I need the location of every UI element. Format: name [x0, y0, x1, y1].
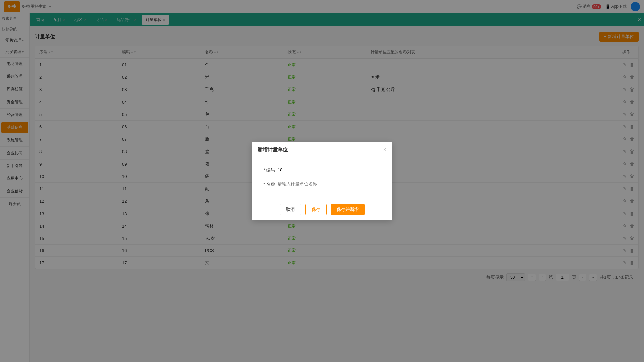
add-unit-modal: 新增计量单位 × * 编码 * 名称 取消 保存 保存并新增 — [252, 142, 392, 220]
code-label: * 编码 — [258, 167, 278, 173]
save-and-new-button[interactable]: 保存并新增 — [331, 204, 365, 215]
modal-close-button[interactable]: × — [383, 147, 386, 153]
modal-footer: 取消 保存 保存并新增 — [252, 200, 392, 220]
code-field-row: * 编码 — [258, 166, 386, 174]
save-button[interactable]: 保存 — [305, 204, 327, 215]
code-input[interactable] — [278, 166, 386, 174]
name-field-row: * 名称 — [258, 180, 386, 188]
modal-header: 新增计量单位 × — [252, 142, 392, 158]
name-label: * 名称 — [258, 181, 278, 187]
cancel-button[interactable]: 取消 — [280, 204, 301, 215]
modal-title: 新增计量单位 — [258, 146, 288, 153]
name-input[interactable] — [278, 180, 386, 188]
modal-body: * 编码 * 名称 — [252, 158, 392, 200]
modal-overlay[interactable]: 新增计量单位 × * 编码 * 名称 取消 保存 保存并新增 — [0, 0, 644, 362]
